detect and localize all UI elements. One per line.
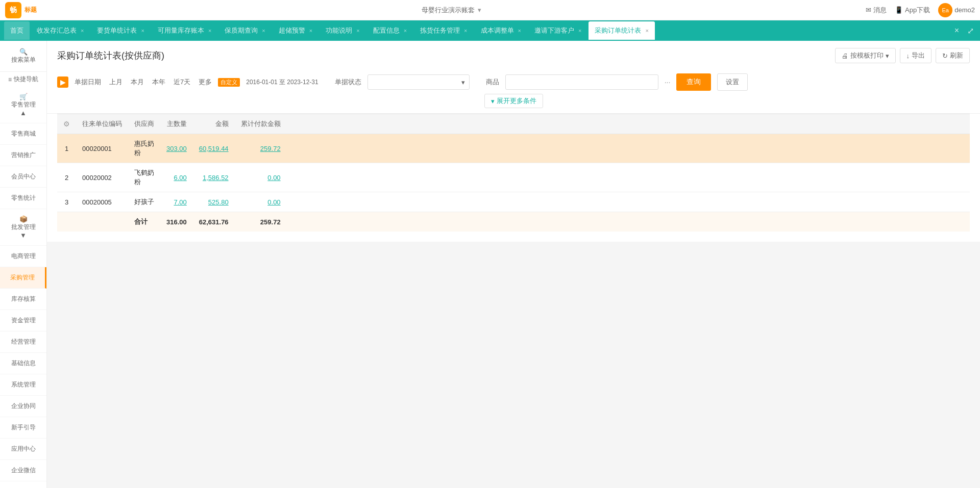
- sidebar-item-jingying[interactable]: 经营管理: [0, 331, 46, 353]
- tab-shoufashui-close[interactable]: ×: [81, 28, 84, 34]
- tab-gongneng[interactable]: 功能说明 ×: [320, 21, 365, 40]
- tab-chengben-label: 成本调整单: [481, 26, 514, 35]
- search-menu-label: 搜索菜单: [6, 56, 40, 64]
- tab-yaoqing[interactable]: 邀请下游客户 ×: [528, 21, 587, 40]
- tab-gongneng-close[interactable]: ×: [356, 28, 359, 34]
- more-filter-icon[interactable]: ···: [665, 78, 671, 86]
- tab-chengben[interactable]: 成本调整单 ×: [475, 21, 527, 40]
- shortcut-this-year[interactable]: 本年: [150, 76, 167, 88]
- print-label: 按模板打印: [850, 51, 884, 60]
- sidebar-item-yingxiao[interactable]: 营销推广: [0, 145, 46, 166]
- row-supplier: 好孩子: [128, 192, 160, 212]
- tab-kuyun-close[interactable]: ×: [208, 28, 211, 34]
- table-row[interactable]: 2 00020002 飞鹤奶粉 6.00 1,586.52 0.00: [57, 163, 970, 192]
- print-btn[interactable]: 🖨 按模板打印 ▾: [835, 48, 896, 63]
- row-amount: 60,519.44: [193, 134, 235, 163]
- goods-input[interactable]: [505, 74, 658, 90]
- sidebar-item-changhui[interactable]: 畅会员: [0, 481, 46, 488]
- filter-toggle-btn[interactable]: ▶: [57, 76, 68, 88]
- app-download-label: App下载: [905, 6, 930, 15]
- window-maximize-btn[interactable]: ⤢: [965, 24, 976, 38]
- sidebar-item-jichu[interactable]: 基础信息: [0, 353, 46, 374]
- row-paid: 0.00: [235, 163, 287, 192]
- sidebar-item-huiyuan[interactable]: 会员中心: [0, 166, 46, 188]
- expand-filter-area: ▾ 展开更多条件: [57, 91, 970, 108]
- filter-row: ▶ 单据日期 上月 本月 本年 近7天 更多 自定义 2016-01-01 至 …: [57, 73, 970, 91]
- sidebar-item-lingshoutongji[interactable]: 零售统计: [0, 188, 46, 209]
- row-supplier: 惠氏奶粉: [128, 134, 160, 163]
- content-wrapper: 采购订单统计表(按供应商) 🖨 按模板打印 ▾ ↓ 导出 ↻ 刷新: [47, 41, 980, 242]
- footer-settings-cell: [57, 212, 76, 232]
- tab-baozhiqi-close[interactable]: ×: [262, 28, 265, 34]
- phone-icon: 📱: [895, 6, 903, 14]
- message-btn[interactable]: ✉ 消息: [866, 6, 887, 15]
- status-select[interactable]: ▾: [368, 74, 470, 90]
- tab-kuyun[interactable]: 可用量库存账本 ×: [152, 21, 217, 40]
- shortcut-7days[interactable]: 近7天: [172, 76, 192, 88]
- quick-nav-label: 快捷导航: [14, 75, 38, 84]
- query-btn[interactable]: 查询: [676, 73, 711, 91]
- table-row[interactable]: 3 00020005 好孩子 7.00 525.80 0.00: [57, 192, 970, 212]
- tab-yaoqing-close[interactable]: ×: [578, 28, 581, 34]
- search-menu-btn[interactable]: 🔍 搜索菜单: [3, 45, 43, 67]
- sidebar-item-lingshou[interactable]: 🛒 零售管理 ▲: [0, 87, 46, 123]
- sidebar-item-lingshoushangcheng[interactable]: 零售商城: [0, 123, 46, 145]
- column-settings-icon[interactable]: ⚙: [63, 120, 70, 128]
- goods-label: 商品: [486, 78, 499, 87]
- tab-tuohuo-close[interactable]: ×: [464, 28, 467, 34]
- header-actions: 🖨 按模板打印 ▾ ↓ 导出 ↻ 刷新: [835, 48, 970, 63]
- logo-area: 畅 标题: [5, 2, 37, 18]
- table-footer-row: 合计 316.00 62,631.76 259.72: [57, 212, 970, 232]
- tab-caigou-close[interactable]: ×: [645, 28, 648, 34]
- tab-yaohuo-close[interactable]: ×: [141, 28, 144, 34]
- shortcut-last-month[interactable]: 上月: [107, 76, 125, 88]
- tab-baozhiqi[interactable]: 保质期查询 ×: [218, 21, 271, 40]
- tab-caigou[interactable]: 采购订单统计表 ×: [589, 21, 654, 40]
- user-area[interactable]: Ea demo2: [938, 3, 975, 17]
- nav-right-btns: × ⤢: [952, 24, 976, 38]
- export-label: 导出: [912, 51, 925, 60]
- breadcrumb-area[interactable]: 母婴行业演示账套 ▾: [422, 6, 481, 15]
- window-close-btn[interactable]: ×: [952, 24, 961, 37]
- row-qty: 303.00: [160, 134, 193, 163]
- tab-chuchuyu[interactable]: 超储预警 ×: [273, 21, 318, 40]
- message-icon: ✉: [866, 6, 871, 14]
- tab-tuohuo-label: 拣货任务管理: [420, 26, 460, 35]
- sidebar-item-xitong[interactable]: 系统管理: [0, 374, 46, 396]
- expand-filter-btn[interactable]: ▾ 展开更多条件: [484, 94, 543, 108]
- tab-peizhi-close[interactable]: ×: [404, 28, 407, 34]
- search-menu-area: 🔍 搜索菜单: [0, 41, 46, 72]
- shortcut-more[interactable]: 更多: [197, 76, 214, 88]
- refresh-btn[interactable]: ↻ 刷新: [936, 48, 970, 63]
- sidebar-item-dianshangg[interactable]: 电商管理: [0, 246, 46, 267]
- quick-nav-btn[interactable]: ≡ 快捷导航: [0, 72, 46, 87]
- tab-yaohuo[interactable]: 要货单统计表 ×: [91, 21, 150, 40]
- row-extra: [287, 163, 970, 192]
- sidebar-item-qiyeweixin[interactable]: 企业微信: [0, 460, 46, 481]
- sidebar-item-kucunhe[interactable]: 库存核算: [0, 289, 46, 310]
- tab-chengben-close[interactable]: ×: [518, 28, 521, 34]
- row-supplier: 飞鹤奶粉: [128, 163, 160, 192]
- sidebar-item-qiye[interactable]: 企业协同: [0, 396, 46, 417]
- sidebar-item-zijin[interactable]: 资金管理: [0, 310, 46, 331]
- date-range-display: 2016-01-01 至 2023-12-31: [246, 78, 318, 87]
- tab-peizhi[interactable]: 配置信息 ×: [367, 21, 413, 40]
- settings-btn[interactable]: 设置: [717, 73, 748, 91]
- tab-shoufashui[interactable]: 收发存汇总表 ×: [31, 21, 90, 40]
- tab-home[interactable]: 首页: [4, 21, 30, 40]
- sidebar-item-pifa[interactable]: 📦 批发管理 ▼: [0, 209, 46, 246]
- shortcut-this-month[interactable]: 本月: [129, 76, 146, 88]
- filter-area: ▶ 单据日期 上月 本月 本年 近7天 更多 自定义 2016-01-01 至 …: [47, 68, 980, 114]
- tab-yaohuo-label: 要货单统计表: [97, 26, 137, 35]
- sidebar-item-caigougly[interactable]: 采购管理: [0, 267, 46, 289]
- sidebar-item-yingyong[interactable]: 应用中心: [0, 439, 46, 460]
- tab-chuchuyu-close[interactable]: ×: [309, 28, 312, 34]
- table-row[interactable]: 1 00020001 惠氏奶粉 303.00 60,519.44 259.72: [57, 134, 970, 163]
- col-supplier: 供应商: [128, 114, 160, 134]
- app-download-btn[interactable]: 📱 App下载: [895, 6, 930, 15]
- sidebar-item-xinshou[interactable]: 新手引导: [0, 417, 46, 439]
- export-btn[interactable]: ↓ 导出: [900, 48, 932, 63]
- row-extra: [287, 192, 970, 212]
- tab-tuohuo[interactable]: 拣货任务管理 ×: [414, 21, 473, 40]
- breadcrumb-text: 母婴行业演示账套: [422, 6, 475, 15]
